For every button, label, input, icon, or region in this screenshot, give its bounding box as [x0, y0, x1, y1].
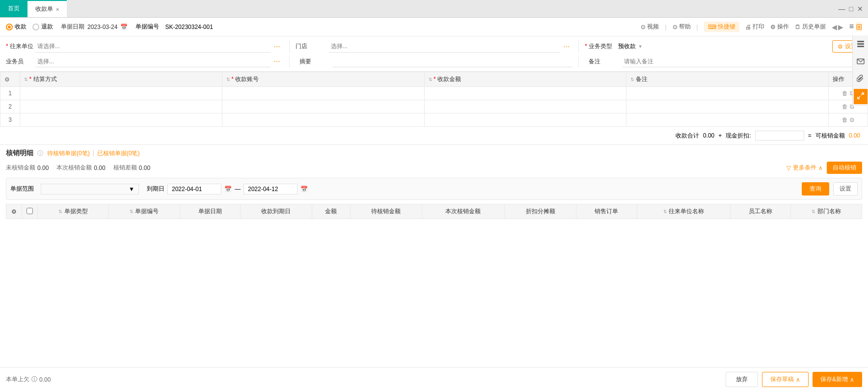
detail-th-checkbox: [22, 204, 38, 219]
save-draft-btn[interactable]: 保存草稿 ∧: [762, 372, 809, 387]
query-btn[interactable]: 查询: [802, 182, 829, 196]
table-gear-icon[interactable]: ⚙: [4, 76, 10, 83]
row3-copy-icon[interactable]: ⧉: [850, 116, 854, 123]
row3-amount[interactable]: [424, 113, 626, 127]
row3-settlement-input[interactable]: [24, 116, 218, 123]
detail-gear-icon[interactable]: ⚙: [11, 208, 17, 215]
store-input[interactable]: [329, 41, 560, 53]
row2-account-input[interactable]: [226, 103, 420, 110]
radio-receipt[interactable]: 收款: [6, 23, 27, 31]
tab-done[interactable]: 已核销单据(0笔): [97, 149, 140, 158]
th-remark-label: 备注: [636, 76, 648, 83]
counterpart-input[interactable]: [35, 41, 271, 53]
shortcut-btn[interactable]: ⌨ 快捷键: [704, 22, 739, 32]
counterpart-field-group: 往来单位 ···: [6, 41, 283, 53]
row2-amount-input[interactable]: [429, 103, 623, 110]
detail-table: ⚙ ⇅ 单据类型 ⇅ 单据编号 单据日期 收款到期日 金额: [6, 204, 862, 219]
row1-amount-input[interactable]: [429, 90, 623, 97]
minimize-icon[interactable]: —: [839, 5, 845, 13]
row2-amount[interactable]: [424, 100, 626, 113]
tab-receipt[interactable]: 收款单 ×: [27, 0, 67, 17]
th-account: ⇅ 收款账号: [222, 72, 424, 87]
row1-settlement[interactable]: [20, 87, 222, 100]
print-icon: 🖨: [745, 24, 751, 30]
row2-account[interactable]: [222, 100, 424, 113]
calendar-end-icon[interactable]: 📅: [300, 186, 308, 193]
calendar-icon[interactable]: 📅: [120, 24, 128, 30]
filter-icon: ▽: [787, 165, 791, 171]
save-new-btn[interactable]: 保存&新增 ∧: [813, 372, 862, 387]
list-view-icon[interactable]: ≡: [849, 22, 854, 31]
reconciliation-section: 核销明细 ⓘ 待核销单据(0笔) | 已核销单据(0笔) 未核销金额 0.00 …: [0, 145, 868, 367]
row3-settlement[interactable]: [20, 113, 222, 127]
grid-view-icon[interactable]: ⊞: [856, 22, 862, 31]
history-btn[interactable]: 🗒 历史单据: [795, 23, 826, 31]
counterpart-more-icon[interactable]: ···: [271, 42, 283, 51]
sidebar-attachment-icon[interactable]: [854, 72, 868, 87]
print-btn[interactable]: 🖨 打印: [745, 23, 764, 31]
operation-btn[interactable]: ⚙ 操作: [770, 23, 789, 31]
row1-amount[interactable]: [424, 87, 626, 100]
row3-actions: 🗑 ⧉: [829, 113, 868, 127]
detail-select-all-checkbox[interactable]: [27, 208, 33, 214]
tab-pending[interactable]: 待核销单据(0笔): [47, 149, 90, 158]
summary-input[interactable]: [333, 56, 573, 67]
sidebar-email-icon[interactable]: [854, 55, 868, 70]
business-type-select[interactable]: 预收款 ▼: [618, 42, 828, 51]
info-icon[interactable]: ⓘ: [37, 149, 43, 158]
row1-account-input[interactable]: [226, 90, 420, 97]
maximize-icon[interactable]: □: [849, 5, 853, 13]
prev-arrow-icon[interactable]: ◀: [832, 23, 837, 31]
row2-delete-icon[interactable]: 🗑: [842, 103, 848, 110]
row2-remark[interactable]: [626, 100, 829, 113]
bill-date-label: 单据日期: [61, 23, 84, 31]
sidebar-table-icon[interactable]: [854, 37, 868, 53]
sidebar-expand-icon[interactable]: [854, 89, 868, 104]
row3-account[interactable]: [222, 113, 424, 127]
radio-refund[interactable]: 退款: [32, 23, 53, 31]
row3-delete-icon[interactable]: 🗑: [842, 116, 848, 123]
auto-cancel-btn[interactable]: 自动核销: [827, 162, 862, 174]
row1-delete-icon[interactable]: 🗑: [842, 90, 848, 97]
carry-over-info-icon[interactable]: ⓘ: [31, 375, 37, 384]
row3-remark[interactable]: [626, 113, 829, 127]
video-btn[interactable]: ⊙ 视频: [641, 23, 659, 31]
employee-input[interactable]: [35, 56, 271, 67]
employee-more-icon[interactable]: ···: [271, 57, 283, 66]
search-settings-btn[interactable]: 设置: [833, 182, 858, 196]
discount-input[interactable]: [755, 131, 804, 140]
due-date-start-input[interactable]: [167, 184, 221, 195]
gear-icon: ⚙: [838, 43, 843, 50]
tab-receipt-label: 收款单: [35, 5, 53, 13]
tab-close-icon[interactable]: ×: [56, 6, 59, 12]
row2-settlement[interactable]: [20, 100, 222, 113]
store-more-icon[interactable]: ···: [560, 42, 572, 51]
stats-row: 未核销金额 0.00 本次核销金额 0.00 核销差额 0.00 ▽ 更多条件 …: [6, 162, 862, 174]
row2-remark-input[interactable]: [630, 103, 824, 110]
bill-date-value[interactable]: 2023-03-24: [87, 24, 117, 30]
help-btn[interactable]: ⊙ 帮助: [673, 23, 691, 31]
row3-account-input[interactable]: [226, 116, 420, 123]
row3-amount-input[interactable]: [429, 116, 623, 123]
th-settlement: ⇅ 结算方式: [20, 72, 222, 87]
row1-account[interactable]: [222, 87, 424, 100]
tab-home[interactable]: 首页: [0, 0, 27, 17]
discard-btn[interactable]: 放弃: [726, 372, 758, 387]
more-conditions-btn[interactable]: ▽ 更多条件 ∧: [787, 164, 823, 172]
section-title-row: 核销明细 ⓘ 待核销单据(0笔) | 已核销单据(0笔): [6, 149, 862, 158]
remarks-input[interactable]: [622, 56, 862, 67]
calendar-start-icon[interactable]: 📅: [224, 186, 232, 193]
row3-remark-input[interactable]: [630, 116, 824, 123]
row1-remark-input[interactable]: [630, 90, 824, 97]
row1-settlement-input[interactable]: [24, 90, 218, 97]
next-arrow-icon[interactable]: ▶: [838, 23, 843, 31]
row1-remark[interactable]: [626, 87, 829, 100]
summary-row: 收款合计 0.00 + 现金折扣: = 可核销金额 0.00: [0, 127, 868, 144]
current-cancel-label: 本次核销金额: [56, 164, 92, 172]
history-icon: 🗒: [795, 24, 801, 30]
uncancelled-stat: 未核销金额 0.00: [6, 164, 49, 172]
close-icon[interactable]: ✕: [857, 5, 863, 13]
due-date-end-input[interactable]: [244, 184, 298, 195]
range-select[interactable]: ▼: [41, 184, 139, 195]
row2-settlement-input[interactable]: [24, 103, 218, 110]
